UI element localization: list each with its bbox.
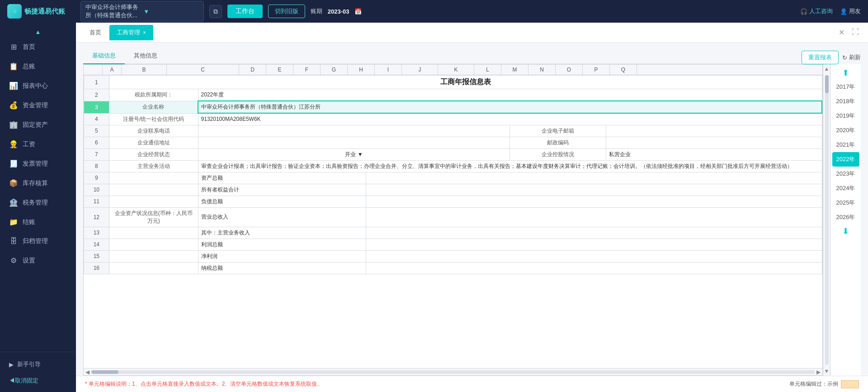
year-nav-up[interactable]: ⬆ [840, 66, 851, 80]
cell-regnum-value[interactable]: 91320100MA208E5W6K [198, 113, 822, 125]
h-scroll-left-icon[interactable]: ◀ [85, 369, 90, 375]
sidebar-item-home[interactable]: ⊞ 首页 [0, 37, 76, 57]
cell-addr-label: 企业通信地址 [109, 137, 198, 148]
tabbar: 首页 工商管理 × ✕ ⛶ [76, 23, 868, 43]
v-scroll-up-icon[interactable]: ▲ [823, 64, 831, 73]
cell-email-value[interactable] [606, 125, 822, 137]
cell-addr-value[interactable] [198, 137, 510, 148]
col-header-h: H [348, 65, 375, 75]
year-item-2022[interactable]: 2022年 [832, 152, 859, 167]
year-item-2024[interactable]: 2024年 [832, 181, 859, 196]
year-item-2020[interactable]: 2020年 [832, 123, 859, 138]
sidebar-item-ledger[interactable]: 📋 总账 [0, 57, 76, 76]
cell-equity-value[interactable] [366, 184, 822, 196]
sidebar-item-invoice[interactable]: 🧾 发票管理 [0, 154, 76, 173]
v-scrollbar-thumb [825, 75, 829, 93]
cell-total-assets-value[interactable] [366, 172, 822, 184]
switch-version-button[interactable]: 切到旧版 [268, 5, 305, 18]
expand-icon[interactable]: ⛶ [850, 26, 861, 38]
h-scroll-right-icon[interactable]: ▶ [816, 369, 821, 375]
tab-close-icon[interactable]: × [143, 29, 146, 36]
refresh-icon: ↻ [842, 54, 847, 61]
logo-icon: ✦ [7, 4, 22, 19]
tab-home[interactable]: 首页 [83, 25, 108, 40]
table-body[interactable]: 1 工商年报信息表 2 税款所属期间： 2022年度 3 [84, 75, 822, 368]
v-scroll-down-icon[interactable]: ▼ [823, 367, 831, 376]
copy-button[interactable]: ⧉ [209, 5, 222, 18]
cell-holding-value[interactable]: 私营企业 [606, 148, 822, 160]
calendar-icon[interactable]: 📅 [354, 8, 362, 15]
cell-phone-value[interactable] [198, 125, 510, 137]
subtabs: 基础信息 其他信息 [83, 48, 802, 64]
cell-liab-label: 负债总额 [198, 196, 366, 207]
sidebar-item-reports[interactable]: 📊 报表中心 [0, 76, 76, 96]
cell-postcode-value[interactable] [606, 137, 822, 148]
year-item-2021[interactable]: 2021年 [832, 138, 859, 152]
unpin-button[interactable]: ◀取消固定 [0, 373, 76, 388]
row-num-1: 1 [84, 76, 109, 89]
v-scrollbar-track[interactable] [825, 75, 829, 365]
consult-button[interactable]: 🎧 人工咨询 [800, 7, 833, 15]
sidebar-label-salary: 工资 [23, 140, 35, 148]
period-value: 2023-03 [328, 8, 349, 15]
archive-icon: 🗄 [9, 237, 18, 245]
subtab-other-info[interactable]: 其他信息 [125, 48, 166, 64]
sidebar-item-tax[interactable]: 🏦 税务管理 [0, 193, 76, 212]
spreadsheet-main: A B C D E F G H I J K L M N O [83, 64, 823, 376]
sidebar-item-salary[interactable]: 👷 工资 [0, 134, 76, 154]
refresh-button[interactable]: ↻ 刷新 [842, 53, 861, 62]
sidebar-item-assets[interactable]: 🏢 固定资产 [0, 115, 76, 134]
cell-15-merge [109, 250, 198, 262]
col-headers: A B C D E F G H I J K L M N O [84, 65, 822, 75]
tab-bizmanage[interactable]: 工商管理 × [109, 25, 153, 40]
row-num-9: 9 [84, 172, 109, 184]
year-item-2019[interactable]: 2019年 [832, 109, 859, 123]
sidebar-label-archive: 归档管理 [23, 237, 48, 245]
user-menu[interactable]: 👤 用友 [840, 7, 861, 15]
year-item-2018[interactable]: 2018年 [832, 94, 859, 109]
sidebar-scroll-up[interactable]: ▲ [0, 26, 76, 37]
row-num-5: 5 [84, 125, 109, 137]
cell-company-value[interactable]: 中审众环会计师事务所（特殊普通合伙）江苏分所 [198, 101, 822, 113]
year-item-2025[interactable]: 2025年 [832, 196, 859, 210]
reset-report-button[interactable]: 重置报表 [802, 51, 839, 64]
cell-status-label: 企业经营状态 [109, 148, 198, 160]
cell-main-revenue-value[interactable] [366, 227, 822, 239]
h-scrollbar[interactable]: ◀ ▶ [84, 368, 822, 375]
close-window-icon[interactable]: ✕ [837, 26, 846, 38]
company-selector[interactable]: 中审众环会计师事务所（特殊普通合伙... ▼ [80, 1, 204, 22]
subtab-basic-info[interactable]: 基础信息 [83, 48, 125, 64]
new-hand-guide[interactable]: ▶ 新手引导 [0, 356, 76, 373]
sidebar-label-reports: 报表中心 [23, 82, 48, 90]
year-item-2017[interactable]: 2017年 [832, 80, 859, 94]
cell-phone-label: 企业联系电话 [109, 125, 198, 137]
sidebar-label-funds: 资金管理 [23, 101, 48, 110]
cell-profit-label: 利润总额 [198, 239, 366, 250]
sidebar-item-settings[interactable]: ⚙ 设置 [0, 251, 76, 270]
row-num-12: 12 [84, 207, 109, 227]
cell-biz-value[interactable]: 审查企业会计报表；出具审计报告；验证企业资本；出具验资报告；办理企业合并、分立、… [198, 160, 822, 172]
year-item-2026[interactable]: 2026年 [832, 210, 859, 225]
h-scrollbar-track[interactable] [91, 370, 815, 374]
cell-holding-label: 企业控股情况 [510, 148, 606, 160]
close-books-icon: 📁 [9, 218, 18, 226]
cell-revenue-value[interactable] [366, 207, 822, 227]
sidebar-item-funds[interactable]: 💰 资金管理 [0, 96, 76, 115]
v-scrollbar[interactable]: ▲ ▼ [823, 64, 830, 376]
cell-title[interactable]: 工商年报信息表 [109, 76, 822, 89]
cell-net-profit-value[interactable] [366, 250, 822, 262]
sidebar-item-close[interactable]: 📁 结账 [0, 212, 76, 232]
cell-status-value[interactable]: 开业 ▼ [198, 148, 510, 160]
assets-icon: 🏢 [9, 120, 18, 129]
cell-liab-value[interactable] [366, 196, 822, 207]
sidebar-label-close: 结账 [23, 218, 35, 226]
cell-tax-value[interactable] [366, 262, 822, 274]
year-nav-down[interactable]: ⬇ [840, 225, 851, 238]
year-item-2023[interactable]: 2023年 [832, 167, 859, 181]
workbench-button[interactable]: 工作台 [227, 5, 263, 18]
cell-period-value[interactable]: 2022年度 [198, 89, 822, 101]
cell-profit-value[interactable] [366, 239, 822, 250]
col-header-m: M [501, 65, 528, 75]
sidebar-item-archive[interactable]: 🗄 归档管理 [0, 232, 76, 251]
sidebar-item-inventory[interactable]: 📦 库存核算 [0, 173, 76, 193]
